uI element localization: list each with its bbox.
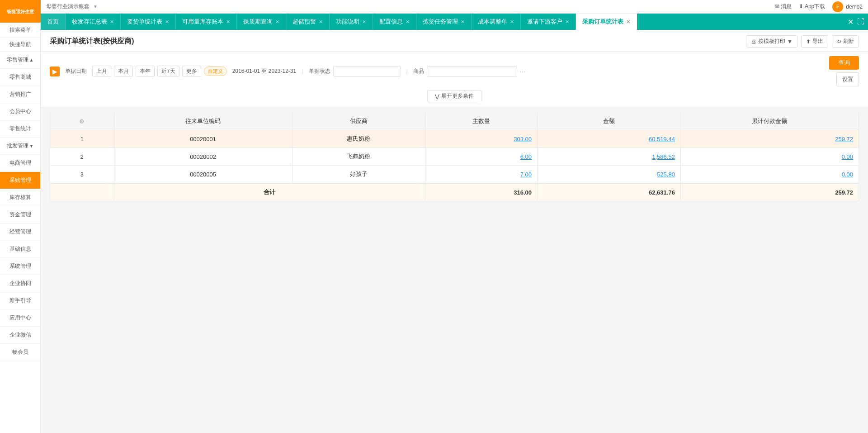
tab-close-icon[interactable]: ✕ [626,19,630,25]
expand-more-conditions-button[interactable]: ⋁ 展开更多条件 [427,90,481,102]
page-header-actions: 🖨 按模板打印 ▼ ⬆ 导出 ↻ 刷新 [746,35,859,48]
query-button[interactable]: 查询 [829,56,859,70]
sidebar-item-wholesale-mgmt[interactable]: 批发管理 ▼ [0,138,40,155]
sidebar-item-retail-mgmt[interactable]: 零售管理 ▲ [0,52,40,69]
template-print-button[interactable]: 🖨 按模板打印 ▼ [746,35,797,48]
tab-cost-adjust[interactable]: 成本调整单 ✕ [472,14,521,30]
app-download-label: App下载 [805,3,825,10]
maximize-icon[interactable]: ⛶ [857,18,864,26]
tab-label: 保质期查询 [243,18,273,26]
custom-date-badge[interactable]: 自定义 [204,67,227,76]
row-qty[interactable]: 6.00 [425,148,538,166]
date-more-btn[interactable]: 更多 [182,66,201,77]
tab-close-icon[interactable]: ✕ [406,19,410,25]
sidebar-item-new-guide[interactable]: 新手引导 [0,292,40,309]
messages-label: 消息 [781,3,792,10]
footer-paid: 259.72 [680,183,859,201]
col-amount: 金额 [537,113,680,130]
col-settings[interactable]: ⚙ [50,113,114,130]
tab-purchase-order-stats[interactable]: 采购订单统计表 ✕ [576,14,637,30]
tab-close-icon[interactable]: ✕ [165,19,169,25]
date-this-year-btn[interactable]: 本年 [136,66,155,77]
date-this-month-btn[interactable]: 本月 [114,66,133,77]
table-header-row: ⚙ 往来单位编码 供应商 主数量 金额 累计付款金额 [50,113,859,130]
status-filter-label: 单据状态 [309,67,330,75]
tab-label: 首页 [47,18,59,26]
row-amount[interactable]: 525.80 [537,166,680,184]
workspace-selector[interactable]: 母婴行业演示账套 ▼ [46,3,98,10]
refresh-button[interactable]: ↻ 刷新 [832,35,859,48]
row-paid[interactable]: 259.72 [680,130,859,148]
row-amount[interactable]: 60,519.44 [537,130,680,148]
sidebar-item-inventory[interactable]: 库存核算 [0,189,40,206]
tab-picking-task[interactable]: 拣货任务管理 ✕ [416,14,472,30]
sidebar-item-vip[interactable]: 畅会员 [0,344,40,361]
tab-close-icon[interactable]: ✕ [461,19,465,25]
row-amount[interactable]: 1,586.52 [537,148,680,166]
date-last-month-btn[interactable]: 上月 [92,66,111,77]
tab-available-inventory[interactable]: 可用量库存账本 ✕ [176,14,237,30]
tab-close-icon[interactable]: ✕ [110,19,114,25]
sidebar-item-wechat[interactable]: 企业微信 [0,327,40,344]
sidebar-item-ecommerce[interactable]: 电商管理 [0,155,40,172]
tab-nav-end: ✕ ⛶ [848,18,868,26]
user-profile[interactable]: E demo2 [832,1,863,12]
row-qty[interactable]: 7.00 [425,166,538,184]
tab-close-icon[interactable]: ✕ [565,19,569,25]
tab-recv-send[interactable]: 收发存汇总表 ✕ [66,14,121,30]
chevron-down-icon: ⋁ [435,93,439,100]
row-qty[interactable]: 303.00 [425,130,538,148]
tab-order-stats[interactable]: 要货单统计表 ✕ [121,14,176,30]
row-paid[interactable]: 0.00 [680,166,859,184]
tab-home[interactable]: 首页 [41,14,66,30]
avatar: E [832,1,843,12]
column-settings-icon[interactable]: ⚙ [79,118,85,125]
workspace-name: 母婴行业演示账套 [46,3,90,10]
row-paid[interactable]: 0.00 [680,148,859,166]
sidebar-item-label: 畅会员 [12,349,28,355]
export-button[interactable]: ⬆ 导出 [801,35,828,48]
row-supplier: 惠氏奶粉 [292,130,425,148]
sidebar-item-enterprise[interactable]: 企业协同 [0,275,40,292]
tab-expiry-query[interactable]: 保质期查询 ✕ [237,14,286,30]
tab-invite-downstream[interactable]: 邀请下游客户 ✕ [521,14,576,30]
tab-close-icon[interactable]: ✕ [319,19,323,25]
goods-filter-input[interactable] [427,66,517,77]
tab-close-icon[interactable]: ✕ [226,19,230,25]
col-supplier: 供应商 [292,113,425,130]
tab-oversupply-alert[interactable]: 超储预警 ✕ [286,14,330,30]
filter-toggle-button[interactable]: ▶ [50,67,60,76]
tab-function-desc[interactable]: 功能说明 ✕ [330,14,373,30]
top-bar: 母婴行业演示账套 ▼ ✉ 消息 ⬇ App下载 E demo2 [41,0,868,14]
sidebar-item-label: 电商管理 [9,160,31,166]
sidebar-item-ops-mgmt[interactable]: 经营管理 [0,224,40,241]
sidebar-item-members[interactable]: 会员中心 [0,103,40,120]
sidebar-item-system[interactable]: 系统管理 [0,258,40,275]
tab-config-info[interactable]: 配置信息 ✕ [373,14,416,30]
btn-template-label: 按模板打印 [758,38,785,45]
filter-row-1: ▶ 单据日期 上月 本月 本年 近7天 更多 自定义 2016-01-01 至 … [50,56,859,86]
sidebar-item-capital[interactable]: 资金管理 [0,206,40,224]
more-filter-icon[interactable]: ··· [520,68,525,75]
table-row: 1 00020001 惠氏奶粉 303.00 60,519.44 259.72 [50,130,859,148]
close-all-tabs-icon[interactable]: ✕ [848,18,854,26]
sidebar-item-label: 经营管理 [9,228,31,235]
settings-button[interactable]: 设置 [836,72,859,86]
messages-link[interactable]: ✉ 消息 [775,3,792,10]
sidebar-search[interactable]: 搜索菜单 [0,23,40,38]
sidebar-item-marketing[interactable]: 营销推广 [0,86,40,103]
sidebar-item-retail-stats[interactable]: 零售统计 [0,120,40,138]
sidebar-item-basics[interactable]: 基础信息 [0,241,40,258]
tab-close-icon[interactable]: ✕ [362,19,366,25]
sidebar-item-app-center[interactable]: 应用中心 [0,309,40,327]
sidebar-item-purchase-mgmt[interactable]: 采购管理 [0,172,40,189]
sidebar-item-retail-mall[interactable]: 零售商城 [0,69,40,86]
tab-close-icon[interactable]: ✕ [510,19,514,25]
date-last-7-days-btn[interactable]: 近7天 [157,66,179,77]
app-download-link[interactable]: ⬇ App下载 [799,3,825,10]
status-filter-select[interactable] [333,66,401,77]
footer-qty: 316.00 [425,183,538,201]
tab-close-icon[interactable]: ✕ [275,19,279,25]
tab-navigation: 首页 收发存汇总表 ✕ 要货单统计表 ✕ 可用量库存账本 ✕ 保质期查询 ✕ 超… [41,14,868,30]
goods-filter-field: 商品 ··· [413,66,525,77]
